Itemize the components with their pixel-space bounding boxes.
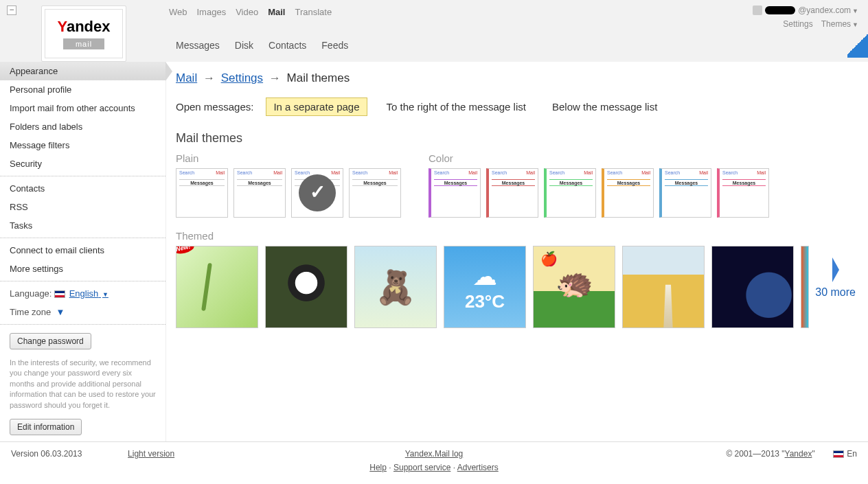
help-link[interactable]: Help: [369, 463, 387, 472]
color-theme-3[interactable]: SearchMailMessages: [544, 168, 596, 218]
sidebar-item-contacts[interactable]: Contacts: [0, 179, 165, 198]
crumb-mail[interactable]: Mail: [176, 71, 197, 84]
divider: [0, 176, 165, 176]
edit-information-button[interactable]: Edit information: [10, 419, 82, 435]
group-color: Color SearchMailMessagesSearchMailMessag…: [429, 152, 769, 218]
link-settings[interactable]: Settings: [783, 19, 812, 29]
color-theme-1[interactable]: SearchMailMessages: [429, 168, 481, 218]
sidebar-item-more[interactable]: More settings: [0, 260, 165, 278]
sidebar: Appearance Personal profile Import mail …: [0, 62, 166, 441]
crumb-current: Mail themes: [287, 71, 350, 84]
plain-theme-2[interactable]: SearchMail Messages: [233, 168, 286, 218]
themed-field[interactable]: [622, 246, 705, 328]
themed-snowdrop[interactable]: New!: [176, 246, 258, 328]
mail-log-link[interactable]: Yandex.Mail log: [405, 449, 464, 459]
footer: Version 06.03.2013 Light version Yandex.…: [0, 441, 868, 479]
nav-video[interactable]: Video: [236, 7, 258, 17]
light-version-link[interactable]: Light version: [128, 449, 174, 459]
themed-planet[interactable]: [711, 246, 794, 328]
sidebar-language[interactable]: Language: English ▼: [0, 284, 165, 303]
label-plain: Plain: [176, 152, 401, 164]
divider: [0, 324, 165, 325]
yandex-link[interactable]: Yandex: [785, 449, 812, 459]
sidebar-item-folders[interactable]: Folders and labels: [0, 117, 165, 136]
sidebar-item-import[interactable]: Import mail from other accounts: [0, 99, 165, 117]
arrow-icon: →: [203, 71, 215, 84]
open-messages-row: Open messages: In a separate page To the…: [176, 97, 868, 116]
main-area: Appearance Personal profile Import mail …: [0, 62, 868, 441]
sidebar-item-rss[interactable]: RSS: [0, 198, 165, 216]
sidebar-item-tasks[interactable]: Tasks: [0, 216, 165, 235]
label-themed: Themed: [176, 230, 868, 242]
nav-translate[interactable]: Translate: [295, 7, 332, 17]
new-badge: New!: [176, 246, 195, 255]
nav-images[interactable]: Images: [197, 7, 227, 17]
logo[interactable]: Yandex mail: [41, 5, 126, 62]
color-theme-2[interactable]: SearchMailMessages: [486, 168, 538, 218]
subnav-contacts[interactable]: Contacts: [269, 40, 306, 51]
open-messages-label: Open messages:: [176, 101, 253, 113]
footer-left: Version 06.03.2013 Light version: [11, 449, 293, 459]
user-area: @yandex.com▼ Settings Themes▼: [753, 5, 858, 29]
themed-teddy[interactable]: [354, 246, 437, 328]
group-plain: Plain SearchMail Messages SearchMail Mes…: [176, 152, 401, 218]
advertisers-link[interactable]: Advertisers: [457, 463, 499, 472]
avatar-icon: [753, 5, 762, 15]
collapse-button[interactable]: −: [7, 5, 16, 15]
top-bar: − Yandex mail Web Images Video Mail Tran…: [0, 0, 868, 62]
corner-fold-icon[interactable]: [847, 30, 868, 58]
sidebar-timezone[interactable]: Time zone ▼: [0, 303, 165, 321]
username-redacted: [765, 6, 795, 14]
nav-web[interactable]: Web: [169, 7, 187, 17]
sub-nav: Messages Disk Contacts Feeds: [176, 40, 348, 51]
sidebar-item-profile[interactable]: Personal profile: [0, 80, 165, 99]
divider: [0, 238, 165, 238]
more-themes-button[interactable]: 30 more: [815, 257, 856, 299]
themed-hedgehog[interactable]: [533, 246, 615, 328]
divider: [0, 281, 165, 281]
sidebar-item-appearance[interactable]: Appearance: [0, 62, 165, 80]
open-opt-below[interactable]: Below the message list: [545, 98, 664, 115]
themed-partial[interactable]: [801, 246, 809, 328]
open-opt-separate[interactable]: In a separate page: [266, 97, 367, 116]
crumb-settings[interactable]: Settings: [221, 71, 263, 84]
link-themes[interactable]: Themes▼: [821, 19, 858, 29]
open-opt-right[interactable]: To the right of the message list: [380, 98, 533, 115]
language-label: Language:: [10, 288, 52, 299]
language-value[interactable]: English ▼: [69, 288, 108, 299]
sidebar-item-clients[interactable]: Connect to email clients: [0, 241, 165, 260]
color-theme-6[interactable]: SearchMailMessages: [717, 168, 769, 218]
subnav-feeds[interactable]: Feeds: [321, 40, 348, 51]
themed-panda[interactable]: [265, 246, 347, 328]
weather-temp: 23°C: [465, 291, 505, 312]
sidebar-item-security[interactable]: Security: [0, 154, 165, 173]
color-theme-5[interactable]: SearchMailMessages: [659, 168, 711, 218]
group-themed: Themed New! ☁ 23°C 30 more: [176, 230, 868, 328]
breadcrumb: Mail → Settings → Mail themes: [176, 71, 868, 85]
footer-right: © 2001—2013 "Yandex" En: [575, 449, 857, 459]
arrow-right-icon: [832, 257, 839, 282]
label-color: Color: [429, 152, 769, 164]
version-text: Version 06.03.2013: [11, 449, 82, 459]
security-note: In the interests of security, we recomme…: [0, 355, 165, 413]
user-domain[interactable]: @yandex.com▼: [798, 5, 858, 15]
change-password-button[interactable]: Change password: [10, 333, 91, 349]
nav-mail[interactable]: Mail: [268, 7, 285, 17]
content: Mail → Settings → Mail themes Open messa…: [166, 62, 868, 441]
logo-text: Yandex: [57, 18, 110, 36]
flag-icon: [54, 290, 65, 298]
footer-lang[interactable]: En: [847, 449, 857, 459]
subnav-messages[interactable]: Messages: [176, 40, 220, 51]
support-link[interactable]: Support service: [393, 463, 450, 472]
sidebar-item-filters[interactable]: Message filters: [0, 136, 165, 154]
themed-weather[interactable]: ☁ 23°C: [444, 246, 526, 328]
top-nav: Web Images Video Mail Translate: [169, 7, 332, 17]
color-theme-4[interactable]: SearchMailMessages: [602, 168, 654, 218]
weather-icon: ☁: [472, 262, 497, 291]
plain-theme-3-selected[interactable]: SearchMail Messages: [291, 168, 343, 218]
flag-icon: [833, 450, 844, 458]
plain-theme-1[interactable]: SearchMail Messages: [176, 168, 228, 218]
plain-theme-4[interactable]: SearchMail Messages: [349, 168, 401, 218]
section-mail-themes: Mail themes: [176, 131, 868, 146]
subnav-disk[interactable]: Disk: [235, 40, 253, 51]
